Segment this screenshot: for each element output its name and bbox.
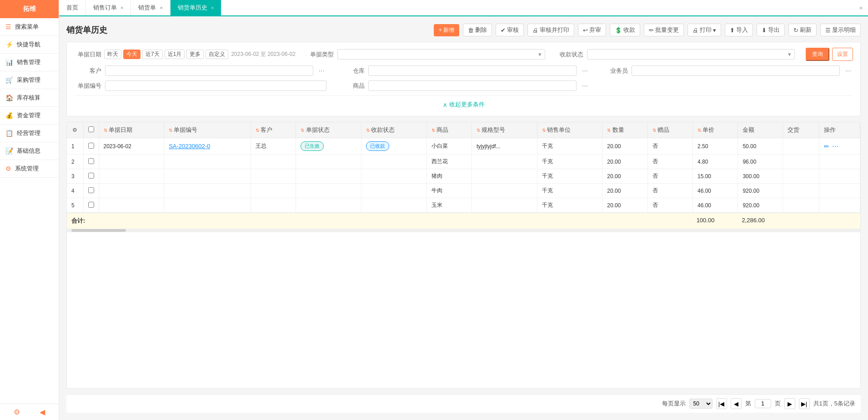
sidebar-item-quick-nav[interactable]: ⚡ 快捷导航 bbox=[0, 36, 59, 54]
col-goods[interactable]: ⇅ 商品 bbox=[426, 122, 472, 138]
cell-collect-status: 已收款 bbox=[361, 138, 427, 155]
cell-delivery bbox=[783, 198, 819, 213]
sidebar-item-sales-mgmt[interactable]: 📊 销售管理 bbox=[0, 54, 59, 71]
docno-filter-label: 单据编号 bbox=[74, 82, 101, 90]
col-spec[interactable]: ⇅ 规格型号 bbox=[472, 122, 537, 138]
sidebar-settings-icon[interactable]: ⚙ bbox=[14, 408, 20, 416]
review-button[interactable]: ✔ 审核 bbox=[496, 24, 524, 36]
sidebar-item-inventory[interactable]: 🏠 库存核算 bbox=[0, 89, 59, 107]
data-table: ⚙ ⇅ 单据日期 ⇅ 单据编号 ⇅ 客户 bbox=[67, 122, 860, 213]
col-settings[interactable]: ⚙ bbox=[67, 122, 83, 138]
col-unit[interactable]: ⇅ 销售单位 bbox=[537, 122, 602, 138]
delete-button[interactable]: 🗑 删除 bbox=[463, 24, 492, 36]
cell-customer bbox=[251, 169, 296, 184]
last-page-button[interactable]: ▶| bbox=[799, 398, 810, 409]
col-doc-no[interactable]: ⇅ 单据编号 bbox=[164, 122, 251, 138]
page-header: 销货单历史 + 新增 🗑 删除 ✔ 审核 🖨 审核并打印 ↩ 弃审 bbox=[66, 24, 861, 36]
tab-sales-history[interactable]: 销货单历史 × bbox=[171, 0, 221, 15]
sort-icon: ⇅ bbox=[652, 128, 656, 133]
sidebar-item-finance[interactable]: 💰 资金管理 bbox=[0, 107, 59, 125]
collect-status-select[interactable] bbox=[587, 49, 795, 60]
col-price[interactable]: ⇅ 单价 bbox=[693, 122, 738, 138]
more-icon[interactable]: ⋯ bbox=[832, 143, 838, 150]
customer-more-icon[interactable]: ··· bbox=[317, 67, 326, 75]
row-checkbox[interactable] bbox=[88, 202, 94, 208]
col-amount: 金额 bbox=[738, 122, 783, 138]
export-button[interactable]: ⬇ 导出 bbox=[757, 24, 785, 36]
row-checkbox[interactable] bbox=[88, 158, 94, 164]
sidebar-collapse-icon[interactable]: ◀ bbox=[40, 408, 45, 416]
col-gift[interactable]: ⇅ 赠品 bbox=[647, 122, 692, 138]
close-all-tabs[interactable]: × bbox=[853, 0, 868, 15]
sort-icon: ⇅ bbox=[169, 128, 172, 133]
row-checkbox[interactable] bbox=[88, 143, 94, 149]
collect-status-label: 收款状态 bbox=[556, 50, 583, 59]
page-size-select[interactable]: 50 20 100 bbox=[689, 399, 712, 409]
collapse-icon: ∧ bbox=[443, 101, 447, 108]
query-button[interactable]: 查询 bbox=[806, 48, 829, 61]
batch-change-icon: ✏ bbox=[649, 27, 654, 34]
sidebar-item-purchase-mgmt[interactable]: 🛒 采购管理 bbox=[0, 71, 59, 89]
doc-type-select[interactable] bbox=[337, 49, 545, 60]
col-collect-status[interactable]: ⇅ 收款状态 bbox=[361, 122, 427, 138]
shortcut-more[interactable]: 更多 bbox=[186, 50, 204, 59]
prev-page-button[interactable]: ◀ bbox=[731, 398, 742, 409]
sidebar-item-label: 资金管理 bbox=[17, 111, 40, 120]
sidebar-item-sys-mgmt[interactable]: ⚙ 系统管理 bbox=[0, 160, 59, 178]
salesperson-input[interactable] bbox=[632, 65, 840, 76]
batch-change-button[interactable]: ✏ 批量变更 bbox=[644, 24, 684, 36]
select-all-checkbox[interactable] bbox=[88, 126, 94, 132]
page-number-input[interactable]: 1 bbox=[755, 399, 771, 408]
col-doc-status[interactable]: ⇅ 单据状态 bbox=[296, 122, 361, 138]
settings-button[interactable]: 设置 bbox=[832, 48, 853, 61]
shortcut-1month[interactable]: 近1月 bbox=[165, 50, 185, 59]
abandon-button[interactable]: ↩ 弃审 bbox=[578, 24, 606, 36]
customer-input[interactable] bbox=[105, 65, 313, 76]
goods-more-icon[interactable]: ··· bbox=[580, 82, 590, 90]
next-page-button[interactable]: ▶ bbox=[784, 398, 795, 409]
review-print-button[interactable]: 🖨 审核并打印 bbox=[527, 24, 574, 36]
refresh-button[interactable]: ↻ 刷新 bbox=[788, 24, 817, 36]
shortcut-yesterday[interactable]: 昨天 bbox=[104, 50, 121, 59]
show-detail-button[interactable]: ☰ 显示明细 bbox=[820, 24, 861, 36]
tab-sales-goods[interactable]: 销货单 × bbox=[131, 0, 170, 15]
sidebar-item-operations[interactable]: 📋 经营管理 bbox=[0, 125, 59, 142]
collect-button[interactable]: 💲 收款 bbox=[610, 24, 640, 36]
salesperson-more-icon[interactable]: ··· bbox=[843, 67, 853, 75]
scrollbar-thumb[interactable] bbox=[71, 229, 126, 232]
import-button[interactable]: ⬆ 导入 bbox=[725, 24, 753, 36]
col-checkbox[interactable] bbox=[83, 122, 99, 138]
shortcut-today[interactable]: 今天 bbox=[123, 50, 140, 59]
tab-sales-order[interactable]: 销售订单 × bbox=[86, 0, 131, 15]
col-doc-date[interactable]: ⇅ 单据日期 bbox=[99, 122, 164, 138]
goods-input[interactable] bbox=[368, 80, 577, 91]
shortcut-custom[interactable]: 自定义 bbox=[206, 50, 228, 59]
warehouse-more-icon[interactable]: ··· bbox=[580, 67, 590, 75]
row-checkbox[interactable] bbox=[88, 173, 94, 179]
collect-status-group: 收款状态 ▾ bbox=[556, 49, 795, 60]
tab-sales-history-close[interactable]: × bbox=[211, 5, 214, 10]
tab-sales-order-close[interactable]: × bbox=[120, 5, 123, 10]
sidebar-item-basic-info[interactable]: 📝 基础信息 bbox=[0, 142, 59, 160]
row-checkbox[interactable] bbox=[88, 187, 94, 193]
shortcut-7days[interactable]: 近7天 bbox=[142, 50, 163, 59]
new-button[interactable]: + 新增 bbox=[434, 24, 459, 36]
total-records: 共1页，5条记录 bbox=[813, 400, 855, 408]
horizontal-scrollbar[interactable] bbox=[67, 229, 860, 232]
col-qty[interactable]: ⇅ 数量 bbox=[602, 122, 647, 138]
warehouse-input[interactable] bbox=[368, 65, 577, 76]
tab-sales-goods-close[interactable]: × bbox=[160, 5, 162, 10]
cell-actions bbox=[819, 169, 860, 184]
tab-home[interactable]: 首页 bbox=[59, 0, 86, 15]
doc-no-link[interactable]: SA-20230602-0 bbox=[169, 143, 210, 150]
collapse-button[interactable]: ∧ 收起更多条件 bbox=[74, 99, 853, 110]
col-customer[interactable]: ⇅ 客户 bbox=[251, 122, 296, 138]
print-button[interactable]: 🖨 打印 ▾ bbox=[687, 24, 721, 36]
docno-input[interactable] bbox=[105, 80, 326, 91]
cell-rowno: 5 bbox=[67, 198, 83, 213]
cell-goods: 牛肉 bbox=[426, 184, 472, 198]
first-page-button[interactable]: |◀ bbox=[716, 398, 727, 409]
edit-icon[interactable]: ✏ bbox=[824, 143, 829, 150]
sidebar-item-search-menu[interactable]: ☰ 搜索菜单 bbox=[0, 18, 59, 36]
customer-filter-group: 客户 ··· bbox=[74, 65, 326, 76]
